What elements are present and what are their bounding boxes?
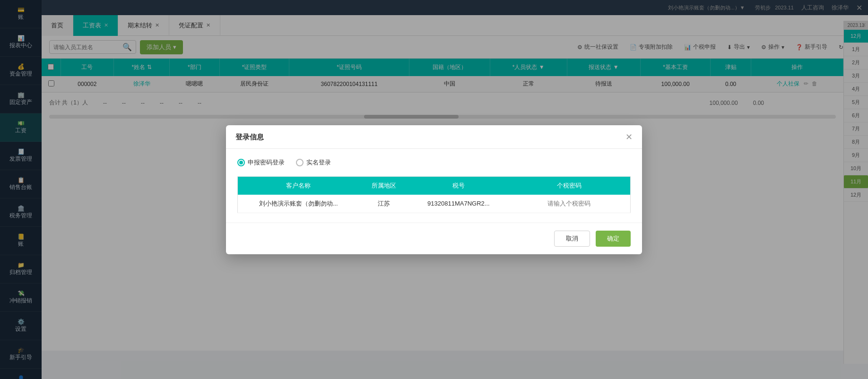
inner-header-tax: 税号: [409, 176, 508, 195]
inner-header-password: 个税密码: [508, 176, 631, 195]
dialog-header: 登录信息 ✕: [226, 125, 642, 149]
dialog-title: 登录信息: [235, 133, 264, 142]
inner-header-name: 客户名称: [238, 176, 359, 195]
login-table-row: 刘小艳演示账套（勿删勿动... 江苏 91320811MA7NGR2...: [238, 195, 631, 213]
dialog-footer: 取消 确定: [226, 223, 642, 254]
inner-header-region: 所属地区: [359, 176, 409, 195]
login-dialog: 登录信息 ✕ 申报密码登录 实名登录 客户名称 所属地区: [226, 125, 642, 254]
radio-password-login[interactable]: 申报密码登录: [237, 158, 285, 167]
radio-realname-label: 实名登录: [306, 158, 331, 167]
radio-realname-dot: [296, 159, 304, 166]
tax-password-input[interactable]: [515, 200, 624, 207]
dialog-body: 申报密码登录 实名登录 客户名称 所属地区 税号 个税密码: [226, 149, 642, 223]
radio-realname-login[interactable]: 实名登录: [296, 158, 331, 167]
dialog-overlay: 登录信息 ✕ 申报密码登录 实名登录 客户名称 所属地区: [0, 0, 868, 379]
cell-tax-number: 91320811MA7NGR2...: [409, 195, 508, 213]
radio-password-label: 申报密码登录: [248, 158, 285, 167]
cell-client-name: 刘小艳演示账套（勿删勿动...: [238, 195, 359, 213]
cancel-button[interactable]: 取消: [554, 231, 590, 247]
login-type-radio-group: 申报密码登录 实名登录: [237, 158, 631, 167]
dialog-close-button[interactable]: ✕: [625, 133, 633, 141]
radio-password-dot: [237, 159, 245, 166]
login-info-table: 客户名称 所属地区 税号 个税密码 刘小艳演示账套（勿删勿动... 江苏 913…: [237, 176, 631, 213]
confirm-button[interactable]: 确定: [596, 231, 631, 247]
cell-tax-password[interactable]: [508, 195, 631, 213]
cell-region: 江苏: [359, 195, 409, 213]
